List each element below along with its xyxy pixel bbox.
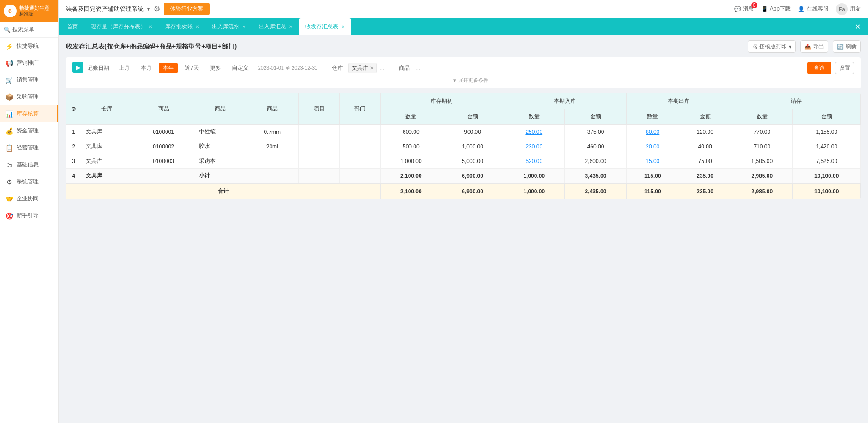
data-table: ⚙ 仓库 商品 商品 商品 项目 部门 库存期初 本期入库 本期出库 结存 数量	[66, 93, 861, 199]
query-button[interactable]: 查询	[807, 62, 831, 74]
tab-label: 出入库流水	[212, 23, 239, 31]
sidebar: 6 畅捷通好生意 标准版 🔍 搜索菜单 ⚡ 快捷导航 📢 营销推广 🛒 销售管理…	[0, 0, 59, 423]
sidebar-item-label: 基础信息	[17, 161, 39, 169]
filter-toggle-button[interactable]: ▶	[72, 62, 83, 73]
goods-more-button[interactable]: ...	[415, 65, 420, 71]
expand-row: ▾ 展开更多条件	[87, 77, 854, 84]
export-button[interactable]: 📤 导出	[800, 40, 828, 53]
row-out-qty[interactable]: 20.00	[626, 139, 679, 154]
system-dropdown[interactable]: ▾	[147, 6, 150, 12]
sidebar-item-system[interactable]: ⚙ 系统管理	[0, 173, 58, 190]
row-warehouse: 文具库	[81, 139, 133, 154]
row-out-qty[interactable]: 15.00	[626, 154, 679, 169]
row-warehouse: 文具库	[81, 125, 133, 139]
row-project	[299, 169, 339, 184]
message-item[interactable]: 💬 消息 6	[734, 5, 754, 13]
settings-button[interactable]: 设置	[835, 62, 854, 74]
date-btn-custom[interactable]: 自定义	[228, 63, 253, 73]
tab-home[interactable]: 首页	[61, 18, 84, 35]
col-open-amt: 金额	[442, 109, 503, 125]
warehouse-tag-close[interactable]: ✕	[370, 66, 374, 71]
sidebar-item-corp[interactable]: 🤝 企业协同	[0, 190, 58, 207]
row-name: 采访本	[194, 154, 246, 169]
trial-button[interactable]: 体验行业方案	[164, 3, 210, 15]
close-all-tabs-button[interactable]: ✕	[849, 22, 866, 31]
tab-close-icon[interactable]: ✕	[289, 24, 293, 29]
expand-conditions-button[interactable]: ▾ 展开更多条件	[453, 77, 488, 84]
row-spec: 20ml	[246, 139, 299, 154]
col-warehouse: 仓库	[81, 93, 133, 125]
tab-recv-send-summary[interactable]: 收发存汇总表 ✕	[299, 18, 351, 35]
row-in-qty[interactable]: 520.00	[503, 154, 565, 169]
warehouse-tag[interactable]: 文具库 ✕	[348, 63, 377, 73]
sidebar-item-purchase[interactable]: 📦 采购管理	[0, 88, 58, 105]
sidebar-item-basic[interactable]: 🗂 基础信息	[0, 156, 58, 173]
tab-close-active-icon[interactable]: ✕	[341, 24, 345, 29]
message-badge: 6	[751, 2, 757, 8]
tab-close-icon[interactable]: ✕	[242, 24, 246, 29]
tab-batch[interactable]: 库存批次账 ✕	[159, 18, 205, 35]
tab-inout-flow[interactable]: 出入库流水 ✕	[205, 18, 252, 35]
date-btn-this-month[interactable]: 本月	[137, 63, 156, 73]
row-in-qty: 1,000.00	[503, 169, 565, 184]
sidebar-item-sales[interactable]: 🛒 销售管理	[0, 71, 58, 88]
sidebar-item-label: 营销推广	[17, 59, 39, 67]
sidebar-item-operation[interactable]: 📋 经营管理	[0, 139, 58, 156]
topbar-right: 💬 消息 6 📱 App下载 👤 在线客服 Ea 用友	[734, 3, 861, 15]
date-label: 记账日期	[87, 64, 109, 72]
row-out-qty[interactable]: 80.00	[626, 125, 679, 139]
app-download-item[interactable]: 📱 App下载	[761, 5, 791, 13]
tab-close-icon[interactable]: ✕	[149, 24, 152, 29]
sidebar-item-finance[interactable]: 💰 资金管理	[0, 122, 58, 139]
sidebar-item-marketing[interactable]: 📢 营销推广	[0, 55, 58, 71]
sidebar-item-guide[interactable]: 🎯 新手引导	[0, 207, 58, 224]
corp-icon: 🤝	[6, 195, 13, 203]
date-btn-7days[interactable]: 近7天	[181, 63, 203, 73]
tab-current-stock[interactable]: 现存量（库存分布表） ✕	[84, 18, 159, 35]
online-service-item[interactable]: 👤 在线客服	[798, 5, 829, 13]
warehouse-more-button[interactable]: ...	[380, 65, 384, 71]
date-btn-this-year[interactable]: 本年	[159, 63, 178, 73]
row-spec	[246, 169, 299, 184]
date-btn-last-month[interactable]: 上月	[115, 63, 134, 73]
sidebar-item-label: 快捷导航	[17, 42, 39, 50]
date-range-display: 2023-01-01 至 2023-12-31	[258, 65, 318, 71]
row-in-qty[interactable]: 250.00	[503, 125, 565, 139]
col-settings[interactable]: ⚙	[66, 93, 81, 125]
row-in-amt: 2,600.00	[565, 154, 626, 169]
footer-in-qty: 1,000.00	[503, 183, 565, 199]
tab-inout-summary[interactable]: 出入库汇总 ✕	[252, 18, 299, 35]
print-button[interactable]: 🖨 按模版打印 ▾	[748, 40, 796, 53]
col-dept: 部门	[339, 93, 380, 125]
main-area: 装备及固定资产辅助管理系统 ▾ ⚙ 体验行业方案 💬 消息 6 📱 App下载 …	[59, 0, 868, 423]
online-service-label: 在线客服	[807, 5, 829, 13]
sidebar-item-inventory[interactable]: 📊 库存核算	[0, 105, 58, 122]
chevron-down-icon: ▾	[789, 44, 791, 50]
sidebar-logo: 6 畅捷通好生意 标准版	[0, 0, 58, 22]
refresh-button[interactable]: 🔄 刷新	[833, 40, 861, 53]
date-btn-more[interactable]: 更多	[206, 63, 225, 73]
col-out-qty: 数量	[626, 109, 679, 125]
search-menu[interactable]: 🔍 搜索菜单	[0, 22, 58, 38]
row-project	[299, 125, 339, 139]
row-out-qty: 115.00	[626, 169, 679, 184]
row-open-qty: 2,100.00	[380, 169, 442, 184]
row-in-amt: 3,435.00	[565, 169, 626, 184]
row-bal-amt: 7,525.00	[793, 154, 861, 169]
col-in-qty: 数量	[503, 109, 565, 125]
settings-icon[interactable]: ⚙	[154, 5, 160, 13]
topbar-left: 装备及固定资产辅助管理系统 ▾ ⚙ 体验行业方案	[66, 3, 210, 15]
tab-label: 首页	[67, 23, 78, 31]
table-row: 3 文具库 0100003 采访本 1,000.00 5,000.00 520.…	[66, 154, 861, 169]
filter-card: ▶ 记账日期 上月 本月 本年 近7天 更多 自定义 2023-01-01 至 …	[66, 57, 861, 88]
sidebar-item-quick-nav[interactable]: ⚡ 快捷导航	[0, 38, 58, 55]
user-item[interactable]: Ea 用友	[836, 3, 861, 15]
row-open-qty: 1,000.00	[380, 154, 442, 169]
row-in-qty[interactable]: 230.00	[503, 139, 565, 154]
warehouse-label: 仓库	[332, 64, 343, 72]
sidebar-item-label: 系统管理	[17, 178, 39, 186]
tab-close-icon[interactable]: ✕	[195, 24, 199, 29]
row-warehouse: 文具库	[81, 169, 133, 184]
footer-open-amt: 6,900.00	[442, 183, 503, 199]
user-label: 用友	[850, 5, 861, 13]
